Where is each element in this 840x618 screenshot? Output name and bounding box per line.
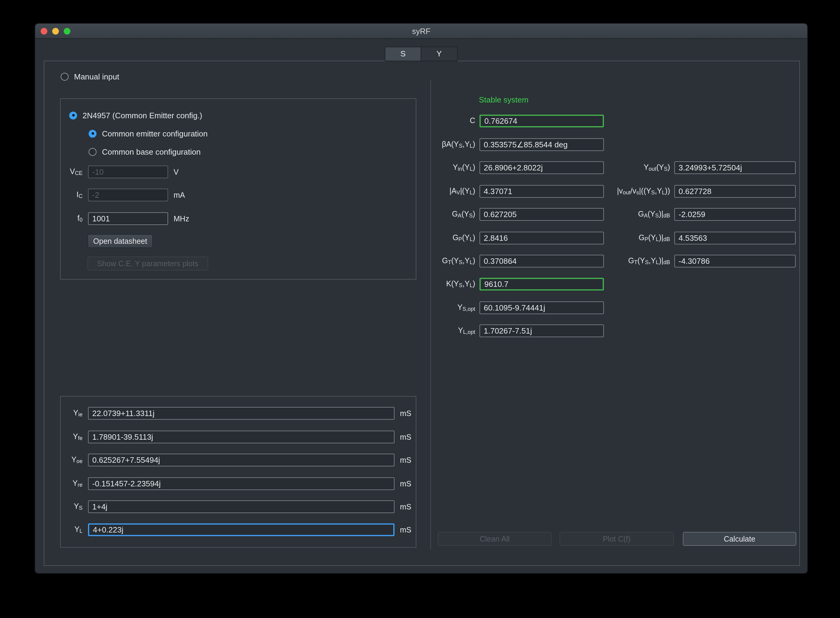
yl-opt-field[interactable] [480,324,604,337]
tab-bar: S Y [385,47,458,61]
vce-input[interactable] [88,166,168,178]
open-datasheet-button[interactable]: Open datasheet [87,234,153,248]
yl-label: YL [66,525,83,534]
vout-vs-label: |vout/vs|((YS,YL)) [564,187,670,195]
vout-vs-field[interactable] [674,185,796,198]
yout-field[interactable] [674,161,796,174]
yin-label: Yin(YL) [408,163,475,172]
radio-unchecked-icon [61,73,69,80]
ys-label: YS [66,502,83,511]
yl-input[interactable] [88,523,395,536]
yfe-input[interactable] [88,431,395,443]
manual-input-radio[interactable]: Manual input [61,71,119,81]
yfe-row: Yfe mS [66,431,411,443]
common-emitter-radio[interactable]: Common emitter configuration [89,129,208,138]
yre-row: Yre mS [66,477,411,490]
k-field[interactable] [480,278,604,290]
result-row: K(YS,YL) [408,277,604,291]
result-row: YL,opt [408,324,604,337]
ga-db-label: GA(YS)|dB [564,209,670,218]
clean-all-button: Clean All [438,532,552,546]
calculate-button[interactable]: Calculate [683,532,796,546]
yl-opt-label: YL,opt [408,326,475,335]
yout-label: Yout(YS) [564,163,670,172]
yl-row: YL mS [66,523,411,536]
yoe-label: Yoe [66,456,83,464]
common-base-label: Common base configuration [102,147,201,156]
f0-input[interactable] [88,212,168,225]
tab-s[interactable]: S [385,47,421,61]
vce-row: VCE V [61,166,179,178]
result-row: GT(YS,YL)|dB [564,254,796,267]
ys-row: YS mS [66,500,411,513]
desktop: syRF S Y Manual input 2N4957 (Common Emi… [0,0,840,618]
result-row: GA(YS)|dB [564,207,796,221]
show-ce-plots-button: Show C.E. Y parameters plots [87,257,208,270]
titlebar: syRF [35,24,807,39]
device-radio[interactable]: 2N4957 (Common Emitter config.) [69,110,203,120]
yfe-unit: mS [400,433,411,441]
ic-row: IC mA [61,189,185,201]
result-row: C [408,114,604,127]
common-base-radio[interactable]: Common base configuration [89,147,201,156]
ic-input[interactable] [88,189,168,201]
radio-unchecked-icon [89,148,97,156]
k-label: K(YS,YL) [408,279,475,288]
ga-db-field[interactable] [674,208,796,220]
yre-input[interactable] [88,477,395,490]
window-title: syRF [35,24,807,39]
manual-input-label: Manual input [74,72,119,81]
gt-db-label: GT(YS,YL)|dB [564,256,670,265]
result-row: Yout(YS) [564,161,796,174]
gt-db-field[interactable] [674,254,796,267]
f0-unit: MHz [174,214,189,223]
yie-input[interactable] [88,407,395,420]
beta-a-field[interactable] [480,138,604,151]
c-label: C [408,116,475,125]
device-radio-label: 2N4957 (Common Emitter config.) [83,111,203,120]
gt-label: GT(YS,YL) [408,256,475,265]
yl-unit: mS [400,526,411,534]
yoe-row: Yoe mS [66,454,411,466]
result-row: YS,opt [408,301,604,314]
stability-status: Stable system [479,95,528,104]
yie-label: Yie [66,409,83,417]
yre-unit: mS [400,480,411,488]
yoe-input[interactable] [88,454,395,466]
tab-y[interactable]: Y [421,47,458,61]
transistor-groupbox: 2N4957 (Common Emitter config.) Common e… [60,98,416,279]
common-emitter-label: Common emitter configuration [102,129,208,138]
result-row: GP(YL)|dB [564,231,796,244]
ys-unit: mS [400,502,411,511]
ic-unit: mA [174,191,185,199]
main-panel: Manual input 2N4957 (Common Emitter conf… [44,61,800,566]
yparams-groupbox: Yie mS Yfe mS Yoe mS Yre mS [60,396,416,548]
f0-row: f0 MHz [61,212,189,225]
plot-cf-button: Plot C(f) [560,532,674,546]
ys-input[interactable] [88,500,395,513]
ic-label: IC [61,190,83,199]
gp-label: GP(YL) [408,233,475,242]
result-row: βA(YS,YL) [408,138,604,151]
yie-unit: mS [400,409,411,417]
vce-unit: V [174,168,179,176]
app-window: syRF S Y Manual input 2N4957 (Common Emi… [34,23,808,574]
radio-checked-icon [89,129,97,137]
c-field[interactable] [480,114,604,127]
ga-label: GA(YS) [408,209,475,218]
yre-label: Yre [66,479,83,488]
yfe-label: Yfe [66,432,83,441]
yoe-unit: mS [400,456,411,464]
f0-label: f0 [61,214,83,223]
result-row: |vout/vs|((YS,YL)) [564,184,796,198]
ys-opt-label: YS,opt [408,303,475,312]
ys-opt-field[interactable] [480,301,604,314]
av-label: |AV|(YL) [408,187,475,195]
vce-label: VCE [61,167,83,176]
yie-row: Yie mS [66,407,411,420]
gp-db-label: GP(YL)|dB [564,233,670,242]
beta-a-label: βA(YS,YL) [408,140,475,149]
radio-checked-icon [69,111,77,119]
gp-db-field[interactable] [674,231,796,244]
